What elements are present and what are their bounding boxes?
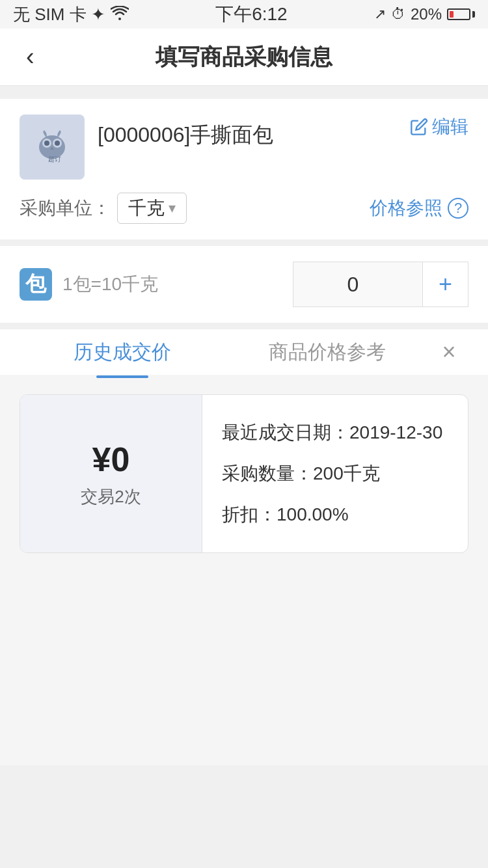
status-left: 无 SIM 卡 ✦	[13, 3, 129, 26]
unit-text: 采购单位：	[20, 196, 111, 221]
qty-left: 包 1包=10千克	[20, 268, 158, 301]
sim-label: 无 SIM 卡 ✦	[13, 3, 105, 26]
product-left: 超订 [0000006]手撕面包	[20, 115, 273, 180]
dropdown-chevron-icon: ▾	[169, 200, 176, 217]
price-card: ¥0 交易2次 最近成交日期：2019-12-30 采购数量：200千克 折扣：…	[20, 394, 468, 553]
quantity-plus-button[interactable]: +	[423, 262, 468, 307]
edit-label: 编辑	[432, 115, 468, 139]
price-card-right: 最近成交日期：2019-12-30 采购数量：200千克 折扣：100.00%	[202, 395, 468, 552]
tab-product-label: 商品价格参考	[269, 339, 386, 366]
discount-label: 折扣：	[222, 504, 277, 524]
svg-point-3	[44, 141, 49, 146]
status-right: ↗ ⏱ 20%	[374, 5, 475, 23]
tab-history-price[interactable]: 历史成交价	[20, 326, 224, 378]
recent-date-value: 2019-12-30	[349, 422, 442, 442]
battery-percent: 20%	[411, 5, 442, 23]
product-thumbnail: 超订	[20, 115, 85, 180]
tabs-container: 历史成交价 商品价格参考 ×	[0, 323, 488, 375]
discount-row: 折扣：100.00%	[222, 500, 448, 530]
price-ref-help-icon: ?	[448, 198, 468, 219]
product-card: 超订 [0000006]手撕面包 编辑 采购单位： 千克 ▾ 价格参照 ?	[0, 99, 488, 239]
tab-close-button[interactable]: ×	[429, 332, 468, 372]
page-title: 填写商品采购信息	[156, 42, 332, 72]
price-ref-label: 价格参照	[370, 196, 442, 221]
price-transaction-count: 交易2次	[81, 485, 141, 508]
price-amount: ¥0	[92, 440, 130, 479]
location-icon: ↗	[374, 6, 386, 23]
unit-value: 千克	[128, 196, 165, 221]
tab-product-price-ref[interactable]: 商品价格参考	[224, 326, 429, 378]
back-button[interactable]: ‹	[20, 36, 41, 77]
price-ref-button[interactable]: 价格参照 ?	[370, 196, 468, 221]
unit-label: 采购单位： 千克 ▾	[20, 193, 187, 224]
purchase-qty-row: 采购数量：200千克	[222, 459, 448, 489]
quantity-input[interactable]	[293, 262, 423, 307]
alarm-icon: ⏱	[391, 6, 405, 23]
wifi-icon	[111, 5, 129, 25]
svg-point-4	[55, 141, 60, 146]
package-icon: 包	[20, 268, 52, 301]
product-name: [0000006]手撕面包	[98, 121, 273, 150]
price-card-left: ¥0 交易2次	[20, 395, 202, 552]
purchase-qty-label: 采购数量：	[222, 463, 313, 483]
nav-bar: ‹ 填写商品采购信息	[0, 29, 488, 86]
product-unit-row: 采购单位： 千克 ▾ 价格参照 ?	[20, 193, 468, 224]
unit-select[interactable]: 千克 ▾	[117, 193, 187, 224]
svg-text:超订: 超订	[48, 156, 61, 163]
product-owl-icon: 超订	[33, 125, 72, 170]
history-content: ¥0 交易2次 最近成交日期：2019-12-30 采购数量：200千克 折扣：…	[0, 375, 488, 765]
edit-button[interactable]: 编辑	[410, 115, 468, 139]
package-hint: 1包=10千克	[62, 272, 158, 297]
recent-date-label: 最近成交日期：	[222, 422, 349, 442]
recent-date-row: 最近成交日期：2019-12-30	[222, 418, 448, 448]
discount-value: 100.00%	[277, 504, 349, 524]
battery-icon	[447, 8, 475, 20]
quantity-section: 包 1包=10千克 +	[0, 239, 488, 323]
qty-right: +	[293, 262, 468, 307]
package-label: 包	[25, 270, 46, 299]
status-bar: 无 SIM 卡 ✦ 下午6:12 ↗ ⏱ 20%	[0, 0, 488, 29]
purchase-qty-value: 200千克	[313, 463, 380, 483]
tab-history-label: 历史成交价	[74, 339, 171, 366]
product-header: 超订 [0000006]手撕面包 编辑	[20, 115, 468, 180]
status-time: 下午6:12	[215, 2, 288, 27]
